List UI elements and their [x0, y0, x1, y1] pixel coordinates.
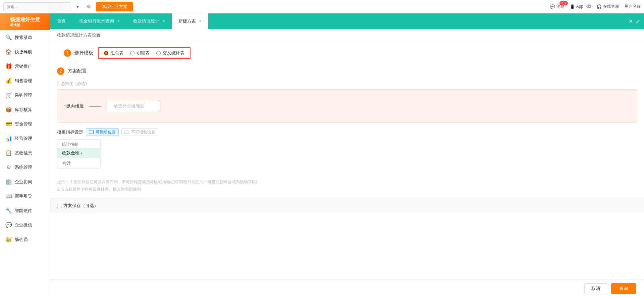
sidebar-item-member-label: 畅会员	[15, 237, 28, 243]
sidebar-item-basic-label: 基础信息	[15, 150, 32, 156]
tab-new-plan-label: 新建方案	[178, 18, 196, 24]
message-icon: 💬	[550, 4, 555, 9]
tab-bank-label: 现金银行流水查询	[79, 18, 114, 24]
page-content: 收款情况统计方案设置 1 选择模板 汇总表	[50, 29, 644, 297]
sidebar-item-sales-label: 销售管理	[15, 78, 32, 84]
dropdown-button[interactable]: ▾	[73, 2, 82, 11]
arrow: ——	[89, 103, 101, 110]
logo-main: 畅捷通好生意	[10, 16, 40, 23]
gear-icon[interactable]: ⚙	[85, 2, 93, 11]
sidebar-item-weixin-label: 企业微信	[15, 222, 32, 228]
sidebar-item-inventory[interactable]: 📦 库存核算	[0, 102, 50, 117]
tab-collection[interactable]: 收款情况统计 ×	[126, 13, 172, 29]
page-inner: 收款情况统计方案设置 1 选择模板 汇总表	[50, 29, 644, 297]
crown-icon: 👑	[5, 236, 12, 243]
radio-detail[interactable]: 明细表	[130, 50, 150, 56]
tab-new-plan-close[interactable]: ×	[199, 19, 202, 23]
draggable-text: 可拖动位置	[96, 129, 116, 135]
sidebar-item-search[interactable]: 🔍 搜索菜单	[0, 30, 50, 45]
radio-detail-label: 明细表	[137, 50, 150, 56]
step1-title: 选择模板	[74, 50, 93, 56]
header-right: 💬 消息 99+ 📱 App下载 🎧 在线客服 用户名称	[550, 4, 641, 9]
service-icon: 🎧	[597, 4, 602, 9]
sidebar-item-guide[interactable]: 📖 新手引导	[0, 189, 50, 203]
sidebar-item-member[interactable]: 👑 畅会员	[0, 232, 50, 247]
tab-bank-close[interactable]: ×	[117, 19, 120, 23]
header-left: ▾ ⚙ 体验行业方案	[3, 2, 550, 11]
service-item[interactable]: 🎧 在线客服	[597, 4, 619, 9]
cancel-button[interactable]: 取消	[584, 283, 607, 294]
draggable-badge: 可拖动位置	[86, 128, 119, 136]
sidebar-item-marketing[interactable]: 🎁 营销推广	[0, 59, 50, 73]
step2-section: 2 方案配置 汇总维度（必选） *	[50, 63, 644, 198]
tip-1: 提示： 1.拖动标题栏可以调整布局，不可跨维度或指标区域拖动栏目字段(只能在同一…	[57, 179, 637, 186]
guide-icon: 📖	[5, 193, 12, 199]
radio-cross-label: 交叉统计表	[163, 50, 184, 56]
stat-indicator-box: 统计指标 收款金额 ▾ 合计	[57, 139, 101, 169]
non-draggable-badge: 不可拖动位置	[121, 128, 158, 136]
dimension-placeholder[interactable]: 请选择分组维度	[107, 100, 160, 112]
sidebar: 畅捷通好生意 标准版 🔍 搜索菜单 🏠 快捷导航 🎁 营销推广 💰 销售管理	[0, 13, 50, 297]
industry-button[interactable]: 体验行业方案	[96, 2, 133, 11]
sidebar-item-finance-label: 资金管理	[15, 121, 32, 127]
query-button[interactable]: 查询	[611, 283, 636, 294]
sidebar-item-search-label: 搜索菜单	[15, 35, 32, 41]
card-icon: 💳	[5, 121, 12, 127]
radio-detail-input[interactable]	[130, 51, 135, 55]
template-options-box: 汇总表 明细表 交叉统计表	[98, 47, 191, 59]
sidebar-item-sales[interactable]: 💰 销售管理	[0, 73, 50, 88]
search-icon: 🔍	[5, 34, 12, 41]
maximize-window-button[interactable]: ⤢	[636, 18, 640, 24]
radio-summary-input[interactable]	[104, 51, 108, 55]
sidebar-item-company-label: 企业协同	[15, 179, 32, 185]
dimension-label-text: 汇总维度（必选）	[57, 81, 89, 86]
cart-icon: 🛒	[5, 92, 12, 98]
window-controls: ✕ ⤢	[629, 18, 644, 24]
sidebar-item-basic[interactable]: 📋 基础信息	[0, 146, 50, 160]
user-item[interactable]: 用户名称	[625, 4, 641, 9]
radio-summary-label: 汇总表	[110, 50, 123, 56]
top-header: ▾ ⚙ 体验行业方案 💬 消息 99+ 📱 App下载 🎧 在线客服 用户名称	[0, 0, 644, 13]
dimension-label: 汇总维度（必选）	[57, 78, 637, 89]
radio-cross-input[interactable]	[156, 51, 161, 55]
sidebar-item-finance[interactable]: 💳 资金管理	[0, 117, 50, 131]
stat-header[interactable]: 收款金额 ▾	[57, 148, 100, 158]
radio-summary[interactable]: 汇总表	[104, 50, 123, 56]
search-input[interactable]	[3, 2, 70, 11]
breadcrumb-text: 收款情况统计方案设置	[57, 33, 101, 38]
indicators-section: 模板指标设定 可拖动位置 不可拖动位置	[57, 123, 637, 175]
save-option: 方案保存（可选）	[50, 199, 644, 213]
settings-icon: ⚙	[5, 164, 12, 170]
sidebar-menu: 🔍 搜索菜单 🏠 快捷导航 🎁 营销推广 💰 销售管理 🛒 采购管理 📦	[0, 30, 50, 297]
tab-bank[interactable]: 现金银行流水查询 ×	[72, 13, 126, 29]
list-icon: 📋	[5, 150, 12, 156]
save-checkbox[interactable]	[57, 204, 61, 208]
tab-collection-close[interactable]: ×	[163, 19, 165, 23]
stat-header-text: 收款金额	[62, 150, 79, 156]
breadcrumb: 收款情况统计方案设置	[50, 29, 644, 42]
sidebar-item-system[interactable]: ⚙ 系统管理	[0, 160, 50, 175]
required-star: *	[64, 104, 66, 109]
tab-bar: 首页 现金银行流水查询 × 收款情况统计 × 新建方案 × ✕ ⤢	[50, 13, 644, 29]
save-option-label: 方案保存（可选）	[63, 203, 98, 209]
sidebar-item-smart-hw[interactable]: 🔧 智能硬件	[0, 203, 50, 218]
box-icon: 📦	[5, 106, 12, 113]
stat-total-row: 合计	[57, 158, 100, 168]
sidebar-item-operation[interactable]: 📊 经营管理	[0, 131, 50, 146]
placeholder-text: 请选择分组维度	[114, 103, 144, 109]
radio-cross[interactable]: 交叉统计表	[156, 50, 184, 56]
sidebar-item-quick-nav[interactable]: 🏠 快捷导航	[0, 45, 50, 59]
close-window-button[interactable]: ✕	[629, 18, 633, 24]
step2-badge: 2	[57, 67, 64, 75]
download-item[interactable]: 📱 App下载	[570, 4, 591, 9]
sidebar-item-weixin[interactable]: 💬 企业微信	[0, 218, 50, 232]
tips-section: 提示： 1.拖动标题栏可以调整布局，不可跨维度或指标区域拖动栏目字段(只能在同一…	[57, 175, 637, 198]
service-label: 在线客服	[603, 4, 619, 9]
main-layout: 畅捷通好生意 标准版 🔍 搜索菜单 🏠 快捷导航 🎁 营销推广 💰 销售管理	[0, 13, 644, 297]
sidebar-item-company[interactable]: 🏢 企业协同	[0, 175, 50, 189]
tab-new-plan[interactable]: 新建方案 ×	[172, 13, 208, 29]
message-item[interactable]: 💬 消息 99+	[550, 4, 565, 9]
non-draggable-text: 不可拖动位置	[131, 129, 155, 135]
sidebar-item-purchase[interactable]: 🛒 采购管理	[0, 88, 50, 102]
tab-home[interactable]: 首页	[50, 13, 72, 29]
